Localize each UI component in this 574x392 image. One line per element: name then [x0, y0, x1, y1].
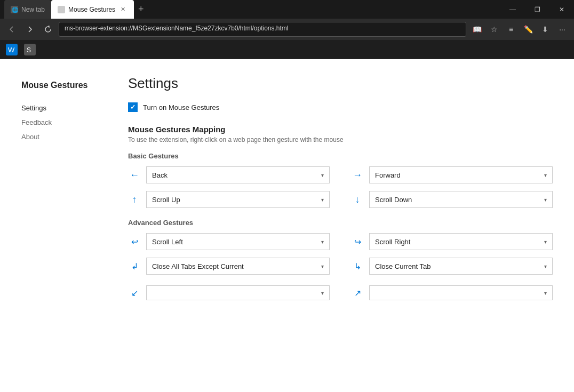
scrolldown-arrow-icon: ↓: [351, 194, 364, 205]
url-input[interactable]: ms-browser-extension://MSGextensionName_…: [59, 22, 466, 37]
extra1-arrow-icon: ↙: [128, 288, 141, 298]
svg-text:W: W: [8, 46, 15, 54]
extra1-select[interactable]: ▾: [146, 285, 330, 300]
gesture-row-scrolldown: ↓ Scroll Down ▾: [351, 191, 553, 208]
forward-arrow-icon: →: [351, 170, 364, 181]
svg-rect-2: [58, 6, 65, 13]
gesture-row-scrollleft: ↩ Scroll Left ▾: [128, 233, 330, 250]
forward-button[interactable]: [22, 22, 37, 37]
downloads-icon[interactable]: ⬇: [538, 22, 553, 37]
window-controls: — ❐ ✕: [500, 0, 574, 19]
extension-icon-1[interactable]: W: [4, 42, 19, 57]
page: Mouse Gestures Settings Feedback About S…: [0, 59, 574, 392]
main-content: Settings Turn on Mouse Gestures Mouse Ge…: [117, 59, 574, 392]
gesture-row-forward: → Forward ▾: [351, 166, 553, 183]
gesture-row-scrollright: ↪ Scroll Right ▾: [351, 233, 553, 250]
close-button[interactable]: ✕: [549, 0, 574, 19]
sidebar: Mouse Gestures Settings Feedback About: [0, 59, 117, 392]
scrollup-chevron-icon: ▾: [321, 197, 324, 203]
mapping-desc: To use the extension, right-click on a w…: [128, 136, 553, 143]
sidebar-item-feedback[interactable]: Feedback: [21, 115, 107, 130]
tab-close-button[interactable]: ✕: [118, 5, 127, 14]
closealltabs-arrow-icon: ↲: [128, 261, 141, 271]
toggle-row: Turn on Mouse Gestures: [128, 102, 553, 112]
scrollright-arrow-icon: ↪: [351, 237, 364, 247]
basic-gestures-grid: ← Back ▾ → Forward ▾ ↑ Scroll Up ▾: [128, 166, 553, 208]
scrolldown-select[interactable]: Scroll Down ▾: [369, 191, 553, 208]
back-arrow-icon: ←: [128, 170, 141, 181]
page-title: Settings: [128, 75, 553, 92]
closecurrenttab-select-value: Close Current Tab: [375, 262, 431, 270]
scrollleft-arrow-icon: ↩: [128, 237, 141, 247]
scrollright-chevron-icon: ▾: [544, 239, 547, 245]
ext1-icon: W: [6, 44, 18, 55]
scrollright-select-value: Scroll Right: [375, 238, 410, 246]
forward-icon: [26, 26, 34, 33]
refresh-button[interactable]: [41, 22, 55, 37]
notes-icon[interactable]: ✏️: [521, 22, 536, 37]
tab-newtab[interactable]: 🌐 New tab: [4, 0, 51, 19]
gesture-row-scrollup: ↑ Scroll Up ▾: [128, 191, 330, 208]
basic-gestures-title: Basic Gestures: [128, 152, 553, 160]
back-icon: [8, 26, 15, 33]
reading-list-icon[interactable]: 📖: [469, 22, 484, 37]
extra1-chevron-icon: ▾: [321, 290, 324, 296]
gesture-row-extra2: ↗ ▾: [351, 285, 553, 300]
minimize-button[interactable]: —: [500, 0, 525, 19]
scrolldown-chevron-icon: ▾: [544, 197, 547, 203]
new-tab-button[interactable]: +: [134, 4, 148, 15]
forward-select-value: Forward: [375, 171, 401, 179]
sidebar-item-settings[interactable]: Settings: [21, 101, 107, 115]
closecurrenttab-select[interactable]: Close Current Tab ▾: [369, 258, 553, 275]
back-select[interactable]: Back ▾: [146, 166, 330, 183]
back-button[interactable]: [4, 22, 19, 37]
extra2-select[interactable]: ▾: [369, 285, 553, 300]
forward-chevron-icon: ▾: [544, 172, 547, 178]
address-bar: ms-browser-extension://MSGextensionName_…: [0, 19, 574, 40]
svg-text:🌐: 🌐: [12, 6, 18, 13]
newtab-label: New tab: [21, 6, 45, 13]
gesture-row-back: ← Back ▾: [128, 166, 330, 183]
closecurrenttab-arrow-icon: ↳: [351, 261, 364, 271]
restore-button[interactable]: ❐: [525, 0, 549, 19]
sidebar-item-about[interactable]: About: [21, 130, 107, 144]
mousegestures-tab-label: Mouse Gestures: [68, 6, 115, 13]
extra2-arrow-icon: ↗: [351, 288, 364, 298]
advanced-section: Advanced Gestures ↩ Scroll Left ▾ ↪ Scro…: [128, 219, 553, 300]
toggle-label: Turn on Mouse Gestures: [143, 103, 219, 111]
scrollleft-chevron-icon: ▾: [321, 239, 324, 245]
scrollup-select[interactable]: Scroll Up ▾: [146, 191, 330, 208]
back-chevron-icon: ▾: [321, 172, 324, 178]
closecurrenttab-chevron-icon: ▾: [544, 263, 547, 269]
refresh-icon: [44, 26, 52, 33]
tab-mousegestures[interactable]: Mouse Gestures ✕: [51, 0, 134, 19]
extension-icon-2[interactable]: S: [22, 42, 37, 57]
mouse-gestures-checkbox[interactable]: [128, 102, 138, 112]
gesture-row-closealltabs: ↲ Close All Tabs Except Current ▾: [128, 258, 330, 275]
scrollright-select[interactable]: Scroll Right ▾: [369, 233, 553, 250]
more-gestures-grid: ↙ ▾ ↗ ▾: [128, 285, 553, 300]
scrollleft-select-value: Scroll Left: [152, 238, 183, 246]
toolbar-icons: 📖 ☆ ≡ ✏️ ⬇ ···: [469, 22, 570, 37]
scrolldown-select-value: Scroll Down: [375, 196, 412, 204]
forward-select[interactable]: Forward ▾: [369, 166, 553, 183]
favorites-icon[interactable]: ☆: [487, 22, 501, 37]
svg-text:S: S: [27, 46, 31, 54]
gesture-row-closecurrenttab: ↳ Close Current Tab ▾: [351, 258, 553, 275]
ext2-icon: S: [24, 44, 36, 55]
gesture-row-extra1: ↙ ▾: [128, 285, 330, 300]
hub-icon[interactable]: ≡: [504, 22, 519, 37]
mousegestures-tab-icon: [58, 6, 65, 13]
closealltabs-chevron-icon: ▾: [321, 263, 324, 269]
advanced-gestures-title: Advanced Gestures: [128, 219, 553, 227]
extension-bar: W S: [0, 40, 574, 59]
back-select-value: Back: [152, 171, 168, 179]
scrollleft-select[interactable]: Scroll Left ▾: [146, 233, 330, 250]
advanced-gestures-grid: ↩ Scroll Left ▾ ↪ Scroll Right ▾ ↲: [128, 233, 553, 275]
newtab-icon: 🌐: [11, 6, 18, 13]
extra2-chevron-icon: ▾: [544, 290, 547, 296]
closealltabs-select-value: Close All Tabs Except Current: [152, 262, 244, 270]
more-icon[interactable]: ···: [555, 22, 570, 37]
closealltabs-select[interactable]: Close All Tabs Except Current ▾: [146, 258, 330, 275]
scrollup-select-value: Scroll Up: [152, 196, 180, 204]
